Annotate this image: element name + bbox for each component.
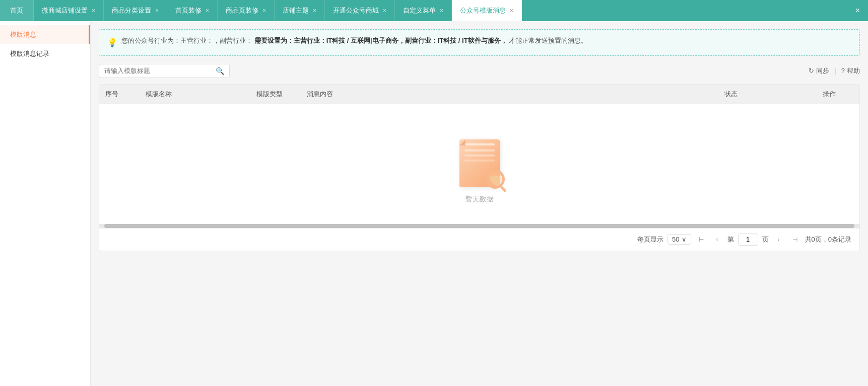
tab-home-decor-label: 首页装修 bbox=[175, 6, 202, 15]
tab-template-msg[interactable]: 公众号模版消息 × bbox=[452, 0, 522, 21]
page-first-button[interactable]: ⊢ bbox=[695, 234, 707, 246]
th-content: 消息内容 bbox=[301, 85, 718, 104]
tab-custom-menu-close[interactable]: × bbox=[440, 7, 443, 14]
page-number-input[interactable] bbox=[738, 234, 758, 246]
help-button[interactable]: ? 帮助 bbox=[841, 66, 860, 75]
tab-bar: 首页 微商城店铺设置 × 商品分类设置 × 首页装修 × 商品页装修 × 店铺主… bbox=[0, 0, 868, 21]
sidebar-item-template-message-label: 模版消息 bbox=[10, 31, 36, 38]
search-icon[interactable]: 🔍 bbox=[216, 67, 224, 75]
search-input-wrap[interactable]: 🔍 bbox=[99, 64, 230, 78]
search-handle bbox=[500, 185, 506, 192]
tab-wsc-store[interactable]: 微商城店铺设置 × bbox=[34, 0, 104, 21]
tab-home-decor[interactable]: 首页装修 × bbox=[167, 0, 218, 21]
page-prev-button[interactable]: ‹ bbox=[711, 234, 723, 246]
pagination: 每页显示 50 ∨ ⊢ ‹ 第 页 › ⊣ 共0页，0条记录 bbox=[99, 228, 859, 251]
sidebar-item-template-record[interactable]: 模版消息记录 bbox=[0, 44, 90, 63]
page-size-select[interactable]: 50 ∨ bbox=[667, 234, 691, 245]
content-area: 💡 您的公众号行业为：主营行业：，副营行业： 需要设置为：主营行业：IT科技 /… bbox=[91, 21, 868, 386]
tab-product-cat[interactable]: 商品分类设置 × bbox=[104, 0, 167, 21]
tab-store-theme[interactable]: 店铺主题 × bbox=[275, 0, 325, 21]
tab-product-cat-label: 商品分类设置 bbox=[112, 6, 151, 15]
tab-home-decor-close[interactable]: × bbox=[206, 7, 209, 14]
tab-product-cat-close[interactable]: × bbox=[155, 7, 159, 14]
sidebar-item-template-record-label: 模版消息记录 bbox=[10, 50, 49, 57]
th-status: 状态 bbox=[718, 85, 799, 104]
th-name: 模版名称 bbox=[140, 85, 250, 104]
tab-open-mall[interactable]: 开通公众号商城 × bbox=[325, 0, 395, 21]
tab-template-msg-close[interactable]: × bbox=[510, 7, 513, 14]
notice-prefix: 您的公众号行业为：主营行业：，副营行业： bbox=[121, 37, 252, 44]
th-action: 操作 bbox=[799, 85, 859, 104]
search-input[interactable] bbox=[104, 67, 216, 74]
help-icon: ? bbox=[841, 67, 845, 74]
th-type: 模版类型 bbox=[250, 85, 301, 104]
page-size-value: 50 bbox=[672, 236, 679, 243]
tab-product-decor[interactable]: 商品页装修 × bbox=[218, 0, 275, 21]
tab-wsc-store-close[interactable]: × bbox=[92, 7, 95, 14]
sync-icon: ↻ bbox=[809, 67, 814, 74]
page-size-chevron: ∨ bbox=[682, 236, 687, 243]
notice-text: 您的公众号行业为：主营行业：，副营行业： 需要设置为：主营行业：IT科技 / 互… bbox=[121, 36, 587, 46]
toolbar-right: ↻ 同步 | ? 帮助 bbox=[809, 66, 860, 75]
data-table: 序号 模版名称 模版类型 消息内容 状态 操作 bbox=[99, 84, 860, 251]
notice-highlight: 需要设置为：主营行业：IT科技 / 互联网|电子商务，副营行业：IT科技 / I… bbox=[254, 37, 507, 44]
help-label: 帮助 bbox=[847, 66, 860, 75]
th-seq: 序号 bbox=[99, 85, 140, 104]
search-bar: 🔍 ↻ 同步 | ? 帮助 bbox=[99, 64, 860, 78]
doc-fold bbox=[459, 139, 465, 145]
tab-home-label: 首页 bbox=[10, 6, 23, 15]
tab-wsc-store-label: 微商城店铺设置 bbox=[42, 6, 88, 15]
sidebar: 模版消息 模版消息记录 bbox=[0, 21, 91, 386]
page-size-label: 每页显示 bbox=[637, 235, 663, 244]
scroll-track[interactable] bbox=[99, 224, 859, 228]
tab-product-decor-label: 商品页装修 bbox=[226, 6, 258, 15]
sidebar-item-template-message[interactable]: 模版消息 bbox=[0, 25, 90, 44]
close-all-button[interactable]: × bbox=[847, 6, 868, 15]
scroll-thumb[interactable] bbox=[104, 224, 854, 228]
empty-text: 暂无数据 bbox=[465, 195, 494, 204]
toolbar-divider: | bbox=[834, 67, 836, 74]
notice-suffix: 才能正常发送预置的消息。 bbox=[509, 37, 587, 44]
tab-store-theme-close[interactable]: × bbox=[313, 7, 316, 14]
bulb-icon: 💡 bbox=[107, 36, 117, 49]
main-layout: 模版消息 模版消息记录 💡 您的公众号行业为：主营行业：，副营行业： 需要设置为… bbox=[0, 21, 868, 386]
page-last-button[interactable]: ⊣ bbox=[789, 234, 801, 246]
sync-label: 同步 bbox=[816, 66, 829, 75]
page-next-button[interactable]: › bbox=[773, 234, 785, 246]
tab-custom-menu[interactable]: 自定义菜单 × bbox=[395, 0, 452, 21]
empty-illustration bbox=[452, 134, 507, 195]
sync-button[interactable]: ↻ 同步 bbox=[809, 66, 829, 75]
page-total-info: 共0页，0条记录 bbox=[805, 235, 851, 244]
page-suffix: 页 bbox=[762, 235, 769, 244]
tab-open-mall-close[interactable]: × bbox=[383, 7, 386, 14]
notice-box: 💡 您的公众号行业为：主营行业：，副营行业： 需要设置为：主营行业：IT科技 /… bbox=[99, 29, 860, 56]
empty-state: 暂无数据 bbox=[99, 104, 859, 224]
table-header: 序号 模版名称 模版类型 消息内容 状态 操作 bbox=[99, 85, 859, 104]
page-label: 第 bbox=[727, 235, 734, 244]
tab-template-msg-label: 公众号模版消息 bbox=[460, 6, 506, 15]
tab-home[interactable]: 首页 bbox=[0, 0, 34, 21]
tab-store-theme-label: 店铺主题 bbox=[283, 6, 309, 15]
tab-open-mall-label: 开通公众号商城 bbox=[333, 6, 379, 15]
tab-custom-menu-label: 自定义菜单 bbox=[403, 6, 436, 15]
tab-product-decor-close[interactable]: × bbox=[262, 7, 266, 14]
